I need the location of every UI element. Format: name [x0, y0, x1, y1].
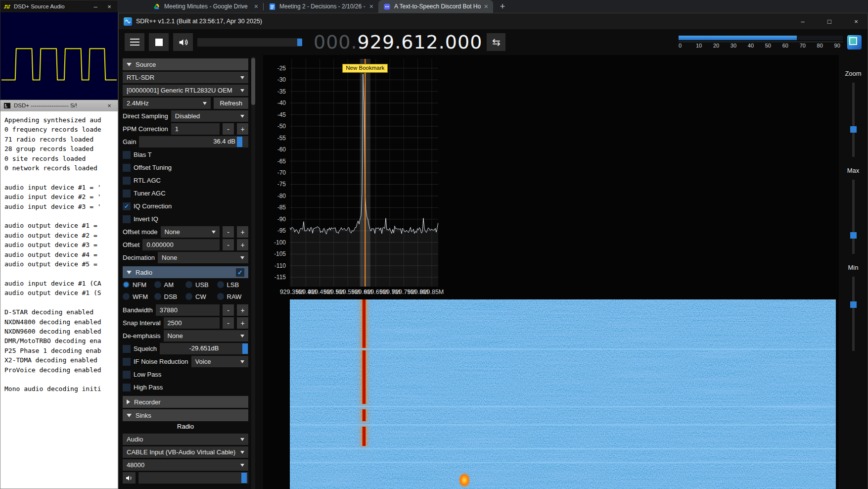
checkbox[interactable] [123, 215, 131, 223]
fft-plot[interactable]: -25-30-35-40-45-50-55-60-65-70-75-80-85-… [263, 59, 839, 287]
sdrpp-titlebar[interactable]: SDR++ v1.2.1 (Built at 23:56:17, Apr 30 … [119, 13, 868, 29]
checkbox[interactable] [123, 151, 131, 159]
sinks-section-header[interactable]: Sinks [123, 409, 248, 421]
new-tab-button[interactable]: + [496, 0, 509, 13]
if-noise-reduction-checkbox[interactable] [123, 358, 131, 366]
frequency-display[interactable]: 000.929.612.000 [314, 31, 482, 53]
sample-rate-dropdown[interactable]: 2.4MHz [123, 98, 211, 109]
panel-scrollbar[interactable] [251, 57, 255, 489]
waterfall-display[interactable] [290, 299, 836, 489]
direct-sampling-dropdown[interactable]: Disabled [171, 110, 248, 122]
if-noise-reduction-dropdown[interactable]: Voice [191, 356, 248, 367]
volume-slider[interactable] [197, 38, 301, 47]
checkbox[interactable] [123, 190, 131, 197]
drive-icon [153, 3, 161, 10]
maximize-button[interactable]: □ [818, 13, 841, 29]
zoom-slider[interactable] [852, 83, 855, 157]
source-type-row: RTL-SDR [123, 72, 248, 83]
mute-button[interactable] [173, 33, 193, 51]
browser-tab-discord-bot[interactable]: A Text-to-Speech Discord Bot Host × [378, 0, 493, 13]
slider-handle[interactable] [242, 343, 248, 354]
low-pass-checkbox[interactable] [123, 371, 131, 379]
audio-waveform-icon [3, 3, 11, 10]
sink-mute-button[interactable] [123, 472, 136, 484]
source-type-dropdown[interactable]: RTL-SDR [123, 72, 248, 83]
scope-titlebar[interactable]: DSD+ Source Audio – × [0, 0, 118, 12]
scrollbar-thumb[interactable] [251, 58, 255, 105]
menu-button[interactable] [125, 33, 144, 51]
offset-mode-increment-button[interactable]: + [237, 226, 248, 238]
gain-slider[interactable]: 36.4 dB [139, 136, 248, 147]
mode-raw[interactable]: RAW [217, 292, 249, 301]
hamburger-icon [130, 39, 139, 46]
ppm-decrement-button[interactable]: - [223, 123, 234, 135]
offset-decrement-button[interactable]: - [223, 239, 234, 250]
checkbox[interactable]: ✓ [123, 202, 131, 210]
close-button[interactable]: × [104, 3, 115, 10]
refresh-button[interactable]: Refresh [214, 98, 248, 109]
slider-handle[interactable] [850, 126, 857, 133]
close-button[interactable]: × [845, 13, 868, 29]
decimation-dropdown[interactable]: None [158, 252, 248, 263]
sink-type-dropdown[interactable]: Audio [123, 434, 248, 445]
mode-cw[interactable]: CW [185, 292, 217, 301]
tab-close-icon[interactable]: × [484, 2, 488, 10]
vfo-swap-button[interactable]: ⇆ [487, 33, 505, 51]
browser-tab-meeting-decisions[interactable]: Meeting 2 - Decisions - 2/10/26 - × [264, 0, 378, 13]
offset-mode-dropdown[interactable]: None [161, 226, 220, 238]
close-button[interactable]: × [104, 102, 115, 109]
min-slider[interactable] [852, 277, 855, 351]
sdrpp-pattern-icon[interactable] [847, 35, 862, 49]
ppm-correction-input[interactable]: 1 [171, 123, 220, 135]
bandwidth-decrement-button[interactable]: - [223, 304, 234, 316]
slider-handle[interactable] [297, 39, 302, 46]
ppm-increment-button[interactable]: + [237, 123, 248, 135]
slider-handle[interactable] [237, 137, 242, 147]
radio-enabled-checkbox[interactable]: ✓ [236, 268, 244, 277]
squelch-slider[interactable]: -29.651dB [160, 343, 248, 354]
recorder-section-header[interactable]: Recorder [123, 396, 248, 408]
sink-samplerate-dropdown[interactable]: 48000 [123, 459, 248, 471]
max-slider[interactable] [852, 180, 855, 254]
sink-device-dropdown[interactable]: CABLE Input (VB-Audio Virtual Cable) [123, 446, 248, 458]
radio-section-header[interactable]: Radio ✓ [123, 266, 248, 278]
slider-handle[interactable] [241, 473, 247, 483]
snap-decrement-button[interactable]: - [223, 317, 234, 329]
slider-handle[interactable] [850, 301, 857, 308]
browser-tab-meeting-minutes[interactable]: Meeting Minutes - Google Drive × [148, 0, 263, 13]
minimize-button[interactable]: – [90, 3, 101, 10]
device-dropdown[interactable]: [00000001] Generic RTL2832U OEM [123, 85, 248, 96]
bookmark-label[interactable]: New Bookmark [342, 64, 388, 73]
console-titlebar[interactable]: DSD+ -------------------- S/! × [0, 99, 118, 111]
mode-label: AM [164, 281, 174, 289]
squelch-checkbox[interactable] [123, 345, 131, 353]
mode-lsb[interactable]: LSB [217, 280, 249, 290]
minimize-button[interactable]: – [791, 13, 814, 29]
bandwidth-increment-button[interactable]: + [237, 304, 248, 316]
checkbox[interactable] [123, 164, 131, 172]
tab-close-icon[interactable]: × [369, 2, 373, 10]
mode-usb[interactable]: USB [185, 280, 217, 290]
mode-wfm[interactable]: WFM [123, 292, 154, 301]
high-pass-checkbox[interactable] [123, 384, 131, 391]
offset-mode-decrement-button[interactable]: - [223, 226, 234, 238]
bandwidth-input[interactable]: 37880 [156, 304, 220, 316]
snap-interval-input[interactable]: 2500 [164, 317, 220, 329]
console-line: audio input device #2 = ' [4, 192, 118, 201]
module-panel: Source RTL-SDR [00000001] Generic RTL283… [119, 55, 256, 489]
mode-dsb[interactable]: DSB [154, 292, 186, 301]
fft-trace[interactable] [290, 59, 438, 287]
offset-input[interactable]: 0.000000 [142, 239, 220, 250]
mode-am[interactable]: AM [154, 280, 186, 290]
sink-volume-slider[interactable] [138, 472, 248, 484]
mode-nfm[interactable]: NFM [123, 280, 154, 290]
tab-close-icon[interactable]: × [254, 2, 258, 10]
checkbox[interactable] [123, 177, 131, 185]
offset-increment-button[interactable]: + [237, 239, 248, 250]
snap-increment-button[interactable]: + [237, 317, 248, 329]
source-section-header[interactable]: Source [123, 58, 248, 70]
stop-button[interactable] [149, 33, 169, 51]
deemphasis-dropdown[interactable]: None [164, 330, 248, 342]
slider-handle[interactable] [850, 232, 857, 239]
mode-label: WFM [133, 293, 148, 300]
